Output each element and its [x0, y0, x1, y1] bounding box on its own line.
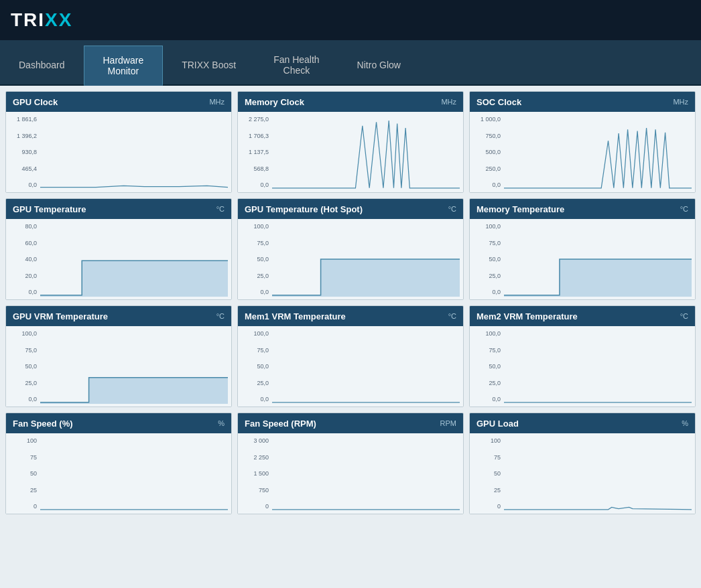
y-axis-memory-clock: 2 275,01 706,31 137,5568,80,0 — [238, 115, 271, 190]
chart-unit-mem2-vrm-temperature: °C — [680, 312, 688, 320]
chart-header-gpu-vrm-temperature: GPU VRM Temperature°C — [6, 306, 231, 326]
y-axis-label: 0,0 — [9, 289, 37, 295]
y-axis-label: 100,0 — [241, 330, 269, 337]
y-axis-label: 100 — [9, 437, 37, 444]
y-axis-label: 3 000 — [241, 437, 269, 444]
y-axis-label: 2 275,0 — [241, 116, 269, 123]
y-axis-label: 75,0 — [241, 240, 269, 246]
tab-hardware-monitor[interactable]: HardwareMonitor — [84, 46, 164, 86]
svg-rect-1 — [272, 115, 460, 190]
y-axis-mem1-vrm-temperature: 100,075,050,025,00,0 — [238, 329, 271, 404]
chart-area-mem2-vrm-temperature — [503, 329, 692, 404]
chart-card-gpu-clock: GPU ClockMHz1 861,61 396,2930,8465,40,0 — [5, 91, 232, 193]
y-axis-mem2-vrm-temperature: 100,075,050,025,00,0 — [470, 329, 503, 404]
chart-title-gpu-clock: GPU Clock — [13, 97, 58, 107]
chart-card-gpu-vrm-temperature: GPU VRM Temperature°C100,075,050,025,00,… — [5, 305, 232, 407]
chart-body-gpu-temperature-hotspot: 100,075,050,025,00,0 — [238, 219, 463, 299]
chart-area-mem1-vrm-temperature — [271, 329, 460, 404]
y-axis-label: 500,0 — [472, 149, 501, 155]
y-axis-label: 0,0 — [241, 289, 269, 295]
chart-header-memory-clock: Memory ClockMHz — [238, 92, 463, 112]
chart-area-gpu-temperature — [40, 222, 229, 297]
chart-title-gpu-temperature: GPU Temperature — [13, 204, 86, 214]
chart-title-memory-temperature: Memory Temperature — [476, 204, 564, 214]
y-axis-label: 0,0 — [9, 181, 37, 188]
y-axis-label: 0,0 — [9, 396, 37, 402]
tab-fan-health-check[interactable]: Fan HealthCheck — [255, 46, 338, 86]
y-axis-label: 25,0 — [472, 273, 501, 279]
y-axis-label: 0,0 — [241, 396, 269, 402]
svg-rect-0 — [40, 115, 228, 190]
tab-dashboard[interactable]: Dashboard — [0, 46, 84, 86]
content-area: GPU ClockMHz1 861,61 396,2930,8465,40,0 … — [0, 86, 701, 588]
app-logo: TRIXX — [11, 9, 72, 31]
tab-trixx-boost[interactable]: TRIXX Boost — [163, 46, 255, 86]
y-axis-label: 0,0 — [472, 289, 501, 295]
chart-title-gpu-temperature-hotspot: GPU Temperature (Hot Spot) — [245, 204, 363, 214]
y-axis-label: 75,0 — [472, 240, 501, 246]
window-controls — [645, 11, 690, 29]
y-axis-label: 0 — [472, 503, 501, 510]
chart-body-soc-clock: 1 000,0750,0500,0250,00,0 — [470, 112, 695, 192]
y-axis-label: 100,0 — [472, 223, 501, 230]
y-axis-label: 25 — [9, 487, 37, 494]
chart-unit-gpu-vrm-temperature: °C — [216, 312, 225, 320]
chart-title-fan-speed-pct: Fan Speed (%) — [13, 419, 73, 429]
chart-unit-gpu-temperature-hotspot: °C — [448, 205, 456, 213]
chart-area-gpu-temperature-hotspot — [271, 222, 460, 297]
y-axis-label: 465,4 — [9, 165, 37, 172]
chart-body-memory-temperature: 100,075,050,025,00,0 — [470, 219, 695, 299]
y-axis-label: 80,0 — [9, 223, 37, 230]
chart-body-memory-clock: 2 275,01 706,31 137,5568,80,0 — [238, 112, 463, 192]
y-axis-label: 25 — [472, 487, 501, 494]
chart-title-gpu-load: GPU Load — [476, 419, 519, 429]
chart-card-memory-temperature: Memory Temperature°C100,075,050,025,00,0 — [469, 198, 696, 300]
y-axis-label: 568,8 — [241, 165, 269, 172]
chart-unit-memory-temperature: °C — [680, 205, 688, 213]
chart-header-gpu-load: GPU Load% — [470, 413, 695, 433]
chart-body-gpu-temperature: 80,060,040,020,00,0 — [6, 219, 231, 299]
chart-title-mem2-vrm-temperature: Mem2 VRM Temperature — [476, 311, 578, 321]
chart-title-fan-speed-rpm: Fan Speed (RPM) — [245, 419, 316, 429]
y-axis-soc-clock: 1 000,0750,0500,0250,00,0 — [470, 115, 503, 190]
y-axis-label: 50,0 — [9, 363, 37, 370]
y-axis-fan-speed-pct: 1007550250 — [6, 436, 40, 511]
minimize-button[interactable] — [645, 11, 663, 29]
chart-body-mem2-vrm-temperature: 100,075,050,025,00,0 — [470, 326, 695, 407]
chart-card-memory-clock: Memory ClockMHz2 275,01 706,31 137,5568,… — [237, 91, 464, 193]
y-axis-label: 1 396,2 — [9, 133, 37, 139]
chart-body-gpu-vrm-temperature: 100,075,050,025,00,0 — [6, 326, 231, 407]
y-axis-label: 1 000,0 — [472, 116, 501, 123]
chart-area-gpu-load — [503, 436, 692, 511]
y-axis-gpu-vrm-temperature: 100,075,050,025,00,0 — [6, 329, 40, 404]
y-axis-memory-temperature: 100,075,050,025,00,0 — [470, 222, 503, 297]
chart-title-mem1-vrm-temperature: Mem1 VRM Temperature — [245, 311, 346, 321]
y-axis-label: 750 — [241, 487, 269, 494]
titlebar: TRIXX — [0, 0, 701, 40]
y-axis-label: 0 — [241, 503, 269, 510]
chart-card-gpu-load: GPU Load%1007550250 — [469, 413, 696, 514]
chart-header-soc-clock: SOC ClockMHz — [470, 92, 695, 112]
tab-nitro-glow[interactable]: Nitro Glow — [338, 46, 420, 86]
y-axis-label: 75 — [9, 454, 37, 461]
y-axis-label: 0,0 — [472, 396, 501, 402]
chart-body-mem1-vrm-temperature: 100,075,050,025,00,0 — [238, 326, 463, 407]
y-axis-label: 50,0 — [241, 256, 269, 263]
y-axis-label: 930,8 — [9, 149, 37, 155]
y-axis-label: 100,0 — [472, 330, 501, 337]
chart-card-fan-speed-pct: Fan Speed (%)%1007550250 — [5, 413, 232, 514]
y-axis-label: 20,0 — [9, 273, 37, 279]
chart-header-memory-temperature: Memory Temperature°C — [470, 199, 695, 219]
close-button[interactable] — [672, 11, 690, 29]
chart-title-memory-clock: Memory Clock — [245, 97, 304, 107]
chart-card-fan-speed-rpm: Fan Speed (RPM)RPM3 0002 2501 5007500 — [237, 413, 464, 514]
y-axis-label: 100,0 — [241, 223, 269, 230]
y-axis-label: 0,0 — [472, 181, 501, 188]
y-axis-label: 60,0 — [9, 240, 37, 246]
chart-area-fan-speed-pct — [40, 436, 229, 511]
y-axis-label: 50 — [9, 470, 37, 477]
chart-body-fan-speed-rpm: 3 0002 2501 5007500 — [238, 433, 463, 514]
y-axis-label: 0 — [9, 503, 37, 510]
y-axis-label: 25,0 — [9, 380, 37, 386]
chart-unit-gpu-clock: MHz — [209, 98, 225, 106]
